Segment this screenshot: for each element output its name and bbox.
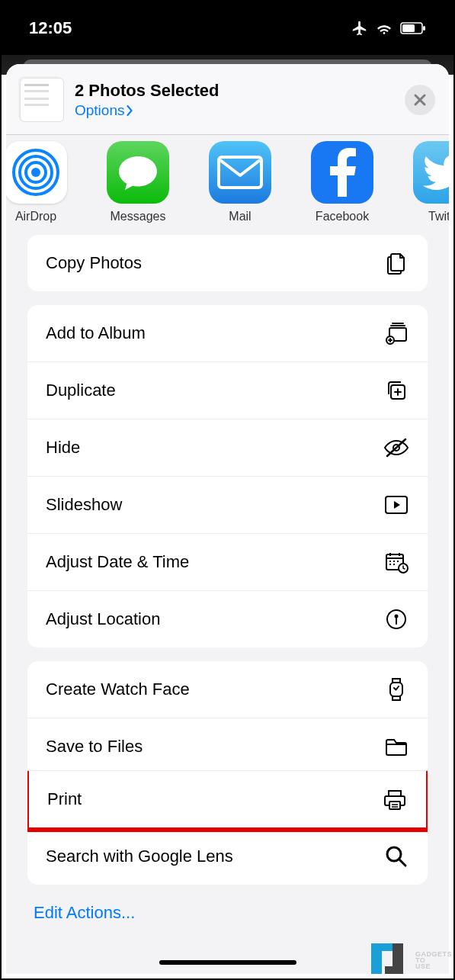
share-app-mail[interactable]: Mail [189, 141, 291, 223]
chevron-right-icon [126, 105, 134, 116]
share-app-facebook[interactable]: Facebook [291, 141, 393, 223]
action-add-to-album[interactable]: Add to Album [27, 305, 428, 361]
airplane-mode-icon [351, 20, 368, 37]
action-save-to-files[interactable]: Save to Files [27, 718, 428, 775]
mail-icon [209, 141, 271, 204]
close-button[interactable] [405, 85, 435, 115]
share-sheet: 2 Photos Selected Options [6, 64, 449, 974]
action-print[interactable]: Print [27, 770, 428, 832]
app-label: Facebook [316, 210, 369, 223]
action-adjust-date-time[interactable]: Adjust Date & Time [27, 533, 428, 590]
share-app-twitter[interactable]: Twitte [393, 141, 449, 223]
action-copy-photos[interactable]: Copy Photos [27, 235, 428, 291]
action-label: Adjust Date & Time [46, 552, 189, 572]
status-bar: 12:05 [2, 2, 453, 55]
action-hide[interactable]: Hide [27, 419, 428, 476]
svg-rect-19 [389, 802, 400, 809]
status-icons [351, 20, 426, 37]
action-adjust-location[interactable]: Adjust Location [27, 590, 428, 647]
app-label: Messages [111, 210, 166, 223]
share-apps-row: AirDrop Messages Mail Facebook Twitte [6, 135, 449, 231]
edit-actions-button[interactable]: Edit Actions... [27, 898, 428, 927]
status-time: 12:05 [29, 18, 72, 38]
action-create-watch-face[interactable]: Create Watch Face [27, 661, 428, 718]
printer-icon [382, 786, 408, 812]
copy-icon [383, 250, 409, 276]
battery-icon [400, 22, 426, 34]
album-add-icon [383, 320, 409, 346]
svg-rect-7 [219, 157, 261, 188]
hide-icon [383, 435, 409, 461]
svg-point-3 [31, 168, 40, 177]
content-thumbnail [20, 78, 64, 122]
action-group-extras: Create Watch Face Save to Files Print Se… [27, 661, 428, 885]
home-indicator[interactable] [159, 960, 296, 965]
wifi-icon [376, 21, 393, 36]
calendar-clock-icon [383, 549, 409, 575]
action-label: Hide [46, 438, 80, 458]
close-icon [413, 93, 427, 107]
action-slideshow[interactable]: Slideshow [27, 476, 428, 533]
action-label: Save to Files [46, 737, 143, 757]
app-label: Mail [229, 210, 251, 223]
action-label: Slideshow [46, 495, 122, 515]
action-label: Search with Google Lens [46, 847, 233, 866]
action-label: Duplicate [46, 381, 116, 400]
twitter-icon [413, 141, 449, 204]
action-label: Adjust Location [46, 609, 160, 629]
watermark-logo [371, 943, 411, 977]
action-group-copy: Copy Photos [27, 235, 428, 291]
action-label: Print [47, 789, 82, 809]
app-label: AirDrop [15, 210, 56, 223]
svg-rect-2 [423, 26, 425, 31]
action-duplicate[interactable]: Duplicate [27, 361, 428, 419]
airdrop-icon [6, 141, 67, 204]
app-label: Twitte [428, 210, 449, 223]
actions-list: Copy Photos Add to Album Duplicate H [6, 224, 449, 974]
duplicate-icon [383, 378, 409, 403]
action-label: Add to Album [46, 323, 146, 343]
action-label: Copy Photos [46, 253, 142, 273]
facebook-icon [311, 141, 373, 204]
svg-rect-1 [402, 24, 415, 32]
sheet-title: 2 Photos Selected [75, 81, 394, 101]
folder-icon [383, 734, 409, 760]
share-app-messages[interactable]: Messages [87, 141, 189, 223]
watermark: GADGETS TO USE [371, 943, 452, 977]
watch-icon [383, 676, 409, 702]
messages-icon [107, 141, 169, 204]
options-label: Options [75, 102, 124, 119]
sheet-header: 2 Photos Selected Options [6, 64, 449, 135]
action-search-google-lens[interactable]: Search with Google Lens [27, 827, 428, 885]
action-group-photo-ops: Add to Album Duplicate Hide Slideshow [27, 305, 428, 647]
search-icon [383, 843, 409, 869]
action-label: Create Watch Face [46, 680, 190, 699]
slideshow-icon [383, 492, 409, 518]
share-app-airdrop[interactable]: AirDrop [6, 141, 87, 223]
options-button[interactable]: Options [75, 102, 394, 119]
location-icon [383, 606, 409, 632]
watermark-text: GADGETS TO USE [415, 951, 452, 969]
